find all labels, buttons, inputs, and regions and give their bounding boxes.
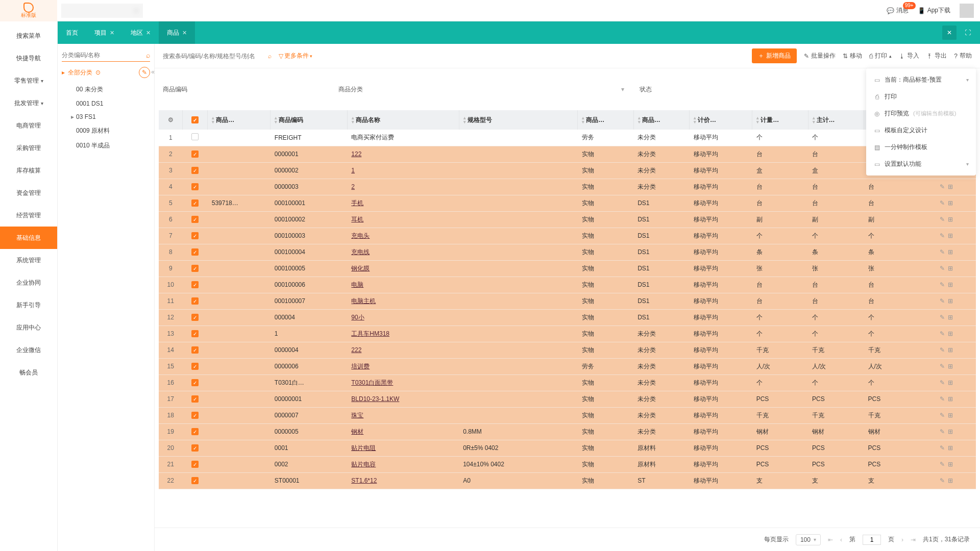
more-row-icon[interactable]: ⊞ — [948, 477, 953, 484]
next-page-button[interactable]: › — [901, 536, 903, 543]
product-name-link[interactable]: 培训费 — [351, 363, 370, 370]
sidenav-item[interactable]: 批发管理▾ — [0, 92, 57, 114]
column-header[interactable]: ▴▾计量… — [752, 110, 808, 130]
edit-row-icon[interactable]: ✎ — [940, 330, 945, 337]
tree-item[interactable]: 0010 半成品 — [62, 138, 150, 153]
sidenav-item[interactable]: 畅会员 — [0, 361, 57, 384]
column-header[interactable]: ▴▾商品… — [633, 110, 689, 130]
sidenav-item[interactable]: 资金管理 — [0, 182, 57, 204]
add-product-button[interactable]: ＋ 新增商品 — [752, 48, 797, 63]
product-name-link[interactable]: T0301白面黑带 — [351, 379, 393, 386]
tab[interactable]: 地区✕ — [122, 21, 159, 44]
edit-row-icon[interactable]: ✎ — [940, 395, 945, 403]
collapse-tree-icon[interactable]: « — [151, 68, 155, 76]
product-name-link[interactable]: 耳机 — [351, 216, 363, 223]
sidenav-item[interactable]: 基础信息 — [0, 227, 57, 249]
edit-row-icon[interactable]: ✎ — [940, 363, 945, 370]
product-name-link[interactable]: 充电头 — [351, 232, 370, 239]
sidenav-item[interactable]: 企业协同 — [0, 271, 57, 294]
sidenav-item[interactable]: 库存核算 — [0, 159, 57, 182]
more-row-icon[interactable]: ⊞ — [948, 346, 953, 354]
print-button[interactable]: ⎙打印▴ — [869, 52, 892, 60]
edit-row-icon[interactable]: ✎ — [940, 183, 945, 190]
product-name-link[interactable]: 1 — [351, 167, 355, 174]
edit-row-icon[interactable]: ✎ — [940, 461, 945, 468]
product-name-link[interactable]: 90小 — [351, 314, 364, 321]
edit-row-icon[interactable]: ✎ — [940, 265, 945, 272]
tree-search-input[interactable] — [62, 52, 146, 59]
row-checkbox[interactable]: ✓ — [191, 444, 199, 452]
batch-button[interactable]: ✎批量操作 — [804, 52, 836, 60]
table-row[interactable]: 13✓1工具车HM318实物未分类移动平均个个个✎⊞ — [159, 325, 976, 342]
table-row[interactable]: 9✓000100005钢化膜实物DS1移动平均张张张✎⊞ — [159, 260, 976, 277]
page-input[interactable] — [863, 535, 881, 545]
move-button[interactable]: ⇅移动 — [843, 52, 862, 60]
row-checkbox[interactable] — [191, 133, 199, 140]
tree-item[interactable]: 00 未分类 — [62, 82, 150, 97]
row-checkbox[interactable]: ✓ — [191, 363, 199, 370]
tree-item[interactable]: ▸03 FS1 — [62, 110, 150, 123]
more-row-icon[interactable]: ⊞ — [948, 183, 953, 190]
sidenav-item[interactable]: 零售管理▾ — [0, 69, 57, 92]
product-name-link[interactable]: 2 — [351, 183, 355, 190]
row-checkbox[interactable]: ✓ — [191, 346, 199, 354]
play-icon[interactable]: ⊙ — [95, 69, 101, 76]
messages[interactable]: 💬 消息 99+ — [887, 6, 909, 15]
sidenav-item[interactable]: 应用中心 — [0, 316, 57, 339]
tab[interactable]: 商品✕ — [159, 21, 195, 44]
column-header[interactable]: ▴▾商品名称 — [347, 110, 459, 130]
row-checkbox[interactable]: ✓ — [191, 297, 199, 305]
table-row[interactable]: 4✓00000032实物未分类移动平均台台台✎⊞ — [159, 179, 976, 195]
first-page-button[interactable]: ⇤ — [828, 536, 833, 543]
row-checkbox[interactable]: ✓ — [191, 461, 199, 468]
more-row-icon[interactable]: ⊞ — [948, 444, 953, 452]
dd-print[interactable]: ⎙打印 — [866, 88, 976, 105]
more-row-icon[interactable]: ⊞ — [948, 199, 953, 207]
gear-icon[interactable]: ⚙ — [168, 116, 174, 123]
page-size-select[interactable]: 100▾ — [796, 534, 821, 545]
more-row-icon[interactable]: ⊞ — [948, 330, 953, 337]
search-input[interactable] — [163, 53, 265, 60]
table-row[interactable]: 19✓0000005钢材0.8MM实物未分类移动平均钢材钢材钢材✎⊞ — [159, 423, 976, 440]
product-name-link[interactable]: 钢材 — [351, 428, 363, 435]
table-row[interactable]: 14✓0000004222实物未分类移动平均千克千克千克✎⊞ — [159, 342, 976, 358]
row-checkbox[interactable]: ✓ — [191, 330, 199, 337]
product-name-link[interactable]: 工具车HM318 — [351, 330, 389, 337]
sidenav-item[interactable]: 新手引导 — [0, 294, 57, 316]
org-select[interactable]: ▾ — [61, 4, 143, 18]
fullscreen-icon[interactable]: ⛶ — [961, 26, 975, 40]
dd-current[interactable]: ▭当前：商品标签-预置▾ — [866, 71, 976, 88]
column-header[interactable]: ▴▾商品编码 — [271, 110, 347, 130]
column-header[interactable]: ▴▾规格型号 — [459, 110, 578, 130]
table-row[interactable]: 1FREIGHT电商买家付运费劳务未分类移动平均个个✎⊞ — [159, 130, 976, 146]
product-name-link[interactable]: 贴片电容 — [351, 461, 376, 468]
tree-item[interactable]: 0009 原材料 — [62, 123, 150, 138]
edit-icon[interactable]: ✎ — [139, 67, 150, 78]
app-download[interactable]: 📱 App下载 — [918, 6, 950, 15]
edit-row-icon[interactable]: ✎ — [940, 379, 945, 386]
table-row[interactable]: 17✓00000001BLD10-23-1.1KW实物未分类移动平均PCSPCS… — [159, 391, 976, 407]
product-name-link[interactable]: BLD10-23-1.1KW — [351, 395, 399, 403]
row-checkbox[interactable]: ✓ — [191, 477, 199, 484]
table-row[interactable]: 2✓0000001122实物未分类移动平均台台台✎⊞ — [159, 146, 976, 162]
more-row-icon[interactable]: ⊞ — [948, 461, 953, 468]
dd-make[interactable]: ▤一分钟制作模板 — [866, 139, 976, 156]
more-filters[interactable]: ▽ 更多条件 ▾ — [279, 52, 312, 60]
table-row[interactable]: 6✓000100002耳机实物DS1移动平均副副副✎⊞ — [159, 211, 976, 228]
more-row-icon[interactable]: ⊞ — [948, 412, 953, 419]
help-button[interactable]: ?帮助 — [954, 52, 972, 60]
table-row[interactable]: 5✓539718…000100001手机实物DS1移动平均台台台✎⊞ — [159, 195, 976, 211]
more-row-icon[interactable]: ⊞ — [948, 314, 953, 321]
row-checkbox[interactable]: ✓ — [191, 151, 199, 158]
row-checkbox[interactable]: ✓ — [191, 379, 199, 386]
table-row[interactable]: 7✓000100003充电头实物DS1移动平均个个个✎⊞ — [159, 228, 976, 244]
tree-item[interactable]: 0001 DS1 — [62, 97, 150, 110]
edit-row-icon[interactable]: ✎ — [940, 281, 945, 288]
sidenav-item[interactable]: 系统管理 — [0, 249, 57, 271]
filter-code-input[interactable] — [190, 89, 323, 90]
sidenav-item[interactable]: 采购管理 — [0, 137, 57, 159]
row-checkbox[interactable]: ✓ — [191, 232, 199, 239]
product-name-link[interactable]: 电脑主机 — [351, 297, 376, 305]
product-name-link[interactable]: 手机 — [351, 199, 363, 207]
select-all-checkbox[interactable]: ✓ — [191, 116, 199, 123]
